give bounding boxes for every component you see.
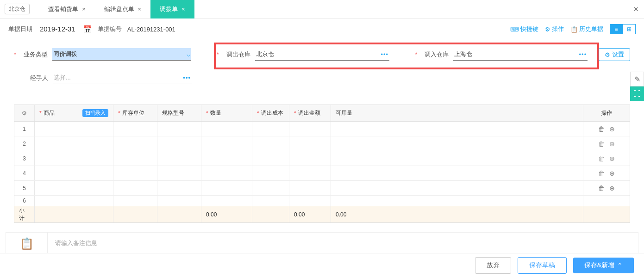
save-draft-button[interactable]: 保存草稿 (518, 257, 567, 274)
date-label: 单据日期 (8, 25, 32, 33)
document-header: 单据日期 2019-12-31 📅 单据编号 AL-20191231-001 ⌨… (0, 18, 644, 40)
field-label: 调出仓库 (221, 50, 250, 59)
chevron-up-icon: ⌃ (617, 262, 623, 269)
tab-edit-stocktake[interactable]: 编辑盘点单 × (95, 0, 151, 18)
table-row[interactable]: 6 (14, 196, 630, 206)
in-warehouse-field: * 调入仓库 上海仓 ••• (415, 48, 588, 61)
out-warehouse-field: * 调出仓库 北京仓 ••• (217, 48, 389, 61)
discard-button[interactable]: 放弃 (475, 257, 511, 274)
table-row[interactable]: 5🗑⊕ (14, 181, 630, 196)
notes-icon: 📋 (20, 237, 34, 250)
copy-icon[interactable]: ⊕ (609, 185, 615, 192)
table-row[interactable]: 3🗑⊕ (14, 151, 630, 166)
docno-label: 单据编号 (98, 25, 122, 33)
subtotal-row: 小计 0.00 0.00 0.00 (14, 206, 630, 222)
delete-icon[interactable]: 🗑 (598, 125, 605, 133)
gear-icon[interactable]: ⚙ (22, 110, 27, 117)
warehouse-chip[interactable]: 北京仓 (5, 4, 30, 14)
handler-field: 经手人 选择... ••• (14, 72, 192, 84)
delete-icon[interactable]: 🗑 (598, 170, 605, 177)
footer-bar: 放弃 保存草稿 保存&新增 ⌃ (0, 253, 644, 277)
date-value[interactable]: 2019-12-31 (38, 24, 77, 34)
out-warehouse-select[interactable]: 北京仓 ••• (255, 48, 389, 61)
copy-icon[interactable]: ⊕ (609, 125, 615, 133)
biz-type-select[interactable]: 同价调拨 ⌵ (52, 48, 191, 61)
copy-icon[interactable]: ⊕ (609, 170, 615, 177)
copy-icon[interactable]: ⊕ (609, 155, 615, 162)
save-new-button[interactable]: 保存&新增 ⌃ (573, 258, 634, 273)
more-icon[interactable]: ••• (381, 51, 388, 58)
items-table: ⚙ *商品扫码录入 *库存单位 规格型号 *数量 *调出成本 *调出金额 可用量… (14, 105, 630, 223)
form-area: ⚙ 设置 * 业务类型 同价调拨 ⌵ * 调出仓库 北京仓 ••• * 调入仓库… (0, 40, 644, 100)
delete-icon[interactable]: 🗑 (598, 140, 605, 148)
chevron-down-icon: ⌵ (187, 50, 190, 58)
top-tab-bar: 北京仓 查看销货单 × 编辑盘点单 × 调拨单 × × (0, 0, 644, 18)
docno-value: AL-20191231-001 (127, 26, 175, 33)
tab-label: 调拨单 (160, 5, 178, 13)
close-icon[interactable]: × (181, 6, 185, 12)
calendar-icon[interactable]: 📅 (83, 25, 92, 34)
table-row[interactable]: 4🗑⊕ (14, 166, 630, 181)
table-header: ⚙ *商品扫码录入 *库存单位 规格型号 *数量 *调出成本 *调出金额 可用量… (14, 105, 630, 122)
scan-badge[interactable]: 扫码录入 (82, 109, 108, 117)
view-toggle: ≡ ⊞ (610, 24, 636, 34)
biz-type-field: * 业务类型 同价调拨 ⌵ (14, 48, 191, 61)
tab-transfer[interactable]: 调拨单 × (150, 0, 194, 18)
delete-icon[interactable]: 🗑 (598, 155, 605, 162)
field-label: 经手人 (19, 74, 48, 82)
field-label: 业务类型 (18, 50, 48, 59)
field-label: 调入仓库 (419, 50, 449, 59)
tab-label: 查看销货单 (48, 5, 78, 13)
tab-label: 编辑盘点单 (104, 5, 134, 13)
side-tools: ✎ ⛶ (630, 72, 644, 101)
delete-icon[interactable]: 🗑 (598, 185, 605, 192)
in-warehouse-select[interactable]: 上海仓 ••• (453, 48, 588, 61)
settings-button[interactable]: ⚙ 设置 (599, 48, 630, 61)
shortcut-link[interactable]: ⌨ 快捷键 (510, 25, 538, 33)
table-row[interactable]: 2🗑⊕ (14, 136, 630, 151)
view-grid-button[interactable]: ⊞ (623, 24, 636, 34)
more-icon[interactable]: ••• (183, 74, 191, 81)
tab-view-sales[interactable]: 查看销货单 × (39, 0, 95, 18)
more-icon[interactable]: ••• (579, 51, 587, 58)
expand-button[interactable]: ⛶ (630, 86, 644, 101)
handler-select[interactable]: 选择... ••• (53, 72, 192, 84)
close-icon[interactable]: × (82, 6, 86, 12)
copy-icon[interactable]: ⊕ (609, 140, 615, 148)
view-list-button[interactable]: ≡ (610, 24, 623, 34)
history-link[interactable]: 📋 历史单据 (570, 25, 603, 33)
side-note-button[interactable]: ✎ (630, 72, 644, 86)
close-icon[interactable]: × (633, 5, 638, 14)
close-icon[interactable]: × (138, 6, 142, 12)
table-row[interactable]: 1🗑⊕ (14, 122, 630, 136)
gear-icon: ⚙ (605, 51, 610, 58)
operate-link[interactable]: ⚙ 操作 (545, 25, 564, 33)
